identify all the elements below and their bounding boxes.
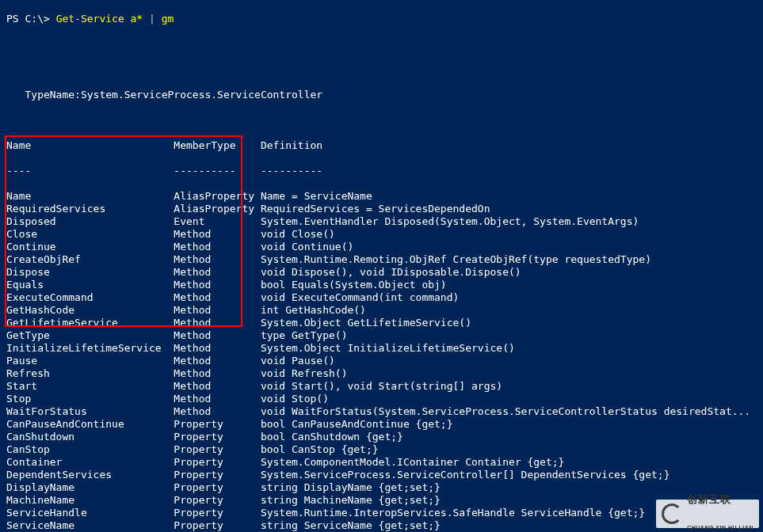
header-membertype: MemberType — [174, 139, 261, 151]
member-row: CanPauseAndContinue Property bool CanPau… — [6, 418, 750, 431]
member-row: ExecuteCommand Method void ExecuteComman… — [6, 291, 750, 304]
blank-line — [6, 63, 750, 76]
typename-line: TypeName:System.ServiceProcess.ServiceCo… — [6, 89, 750, 101]
member-row: ServiceName Property string ServiceName … — [6, 519, 750, 532]
member-row: Dispose Method void Dispose(), void IDis… — [6, 266, 750, 279]
pipe-operator: | — [149, 13, 155, 25]
header-definition: Definition — [261, 139, 322, 151]
prompt-line[interactable]: PS C:\> Get-Service a* | gm — [6, 13, 750, 25]
header-name: Name — [6, 139, 174, 151]
member-row: Disposed Event System.EventHandler Dispo… — [6, 215, 750, 228]
command-1: Get-Service — [56, 13, 124, 25]
member-row: WaitForStatus Method void WaitForStatus(… — [6, 405, 750, 418]
header-underline: ---- ---------- ---------- — [6, 165, 750, 177]
member-row: Stop Method void Stop() — [6, 393, 750, 405]
member-row: DisplayName Property string DisplayName … — [6, 481, 750, 494]
member-row: Equals Method bool Equals(System.Object … — [6, 279, 750, 291]
header-row: Name MemberType Definition — [6, 139, 750, 152]
member-row: Refresh Method void Refresh() — [6, 367, 750, 380]
member-row: ServiceHandle Property System.Runtime.In… — [6, 507, 750, 519]
watermark-text: 创新互联 CHUANG XIN HU LIAN — [687, 476, 753, 532]
blank-line — [6, 38, 750, 51]
command-arg: a* — [124, 13, 149, 25]
member-row: Start Method void Start(), void Start(st… — [6, 380, 750, 393]
watermark-icon — [662, 504, 682, 524]
member-row: Name AliasProperty Name = ServiceName — [6, 190, 750, 203]
member-row: GetType Method type GetType() — [6, 329, 750, 342]
member-row: Continue Method void Continue() — [6, 241, 750, 253]
prompt-prefix: PS C:\> — [6, 13, 56, 25]
member-row: RequiredServices AliasProperty RequiredS… — [6, 203, 750, 215]
member-row: Pause Method void Pause() — [6, 355, 750, 367]
member-row: CanShutdown Property bool CanShutdown {g… — [6, 431, 750, 443]
member-row: CreateObjRef Method System.Runtime.Remot… — [6, 253, 750, 266]
member-row: InitializeLifetimeService Method System.… — [6, 342, 750, 355]
watermark-logo: 创新互联 CHUANG XIN HU LIAN — [656, 500, 759, 528]
command-2: gm — [155, 13, 174, 25]
member-row: GetHashCode Method int GetHashCode() — [6, 304, 750, 317]
member-row: Container Property System.ComponentModel… — [6, 456, 750, 469]
member-row: GetLifetimeService Method System.Object … — [6, 317, 750, 329]
terminal-output: PS C:\> Get-Service a* | gm TypeName:Sys… — [6, 0, 750, 532]
member-row: MachineName Property string MachineName … — [6, 494, 750, 507]
member-row: CanStop Property bool CanStop {get;} — [6, 443, 750, 456]
member-row: DependentServices Property System.Servic… — [6, 469, 750, 481]
blank-line — [6, 114, 750, 127]
member-row: Close Method void Close() — [6, 228, 750, 241]
